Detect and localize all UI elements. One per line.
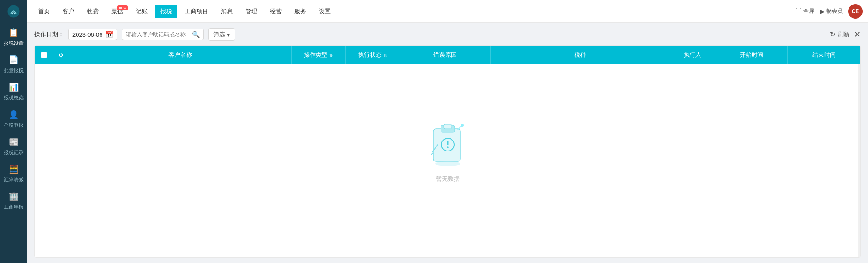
svg-rect-5 bbox=[447, 141, 448, 145]
svg-rect-3 bbox=[444, 124, 452, 129]
nav-service[interactable]: 服务 bbox=[289, 5, 312, 18]
svg-point-10 bbox=[461, 124, 464, 127]
main-area: 首页 客户 收费 票据 new 记账 报税 工商项目 消息 管理 经营 服务 设… bbox=[27, 0, 868, 263]
refresh-button[interactable]: ↻ 刷新 bbox=[830, 30, 849, 39]
empty-text: 暂无数据 bbox=[436, 175, 460, 183]
member-button[interactable]: ▶ 畅会员 bbox=[820, 7, 843, 15]
th-gear[interactable]: ⚙ bbox=[53, 46, 69, 64]
search-box: 🔍 bbox=[122, 29, 204, 40]
tax-settings-icon: 📋 bbox=[7, 26, 20, 39]
search-icon: 🔍 bbox=[192, 31, 200, 38]
tax-record-icon: 📰 bbox=[7, 136, 20, 148]
sidebar-item-settlement[interactable]: 🧮 汇算清缴 bbox=[0, 159, 27, 186]
sidebar-item-tax-settings-label: 报税设置 bbox=[4, 40, 24, 46]
date-input[interactable]: 2023-06-06 📅 bbox=[68, 29, 117, 40]
sidebar-item-personal-tax-label: 个税申报 bbox=[4, 122, 24, 128]
svg-point-11 bbox=[435, 161, 460, 166]
annual-report-icon: 🏢 bbox=[7, 190, 20, 203]
sidebar-item-tax-overview-label: 报税总览 bbox=[4, 95, 24, 101]
close-button[interactable]: ✕ bbox=[854, 30, 861, 39]
th-start-time: 开始时间 bbox=[715, 46, 788, 64]
th-exec-status[interactable]: 执行状态 ⇅ bbox=[346, 46, 400, 64]
nav-settings[interactable]: 设置 bbox=[313, 5, 336, 18]
nav-operation[interactable]: 经营 bbox=[264, 5, 287, 18]
table-body: 暂无数据 bbox=[35, 64, 860, 257]
sort-optype-icon: ⇅ bbox=[329, 53, 333, 58]
date-label: 操作日期： bbox=[34, 30, 64, 39]
sidebar-item-annual-report[interactable]: 🏢 工商年报 bbox=[0, 186, 27, 214]
gear-icon: ⚙ bbox=[58, 52, 64, 58]
th-executor: 执行人 bbox=[670, 46, 715, 64]
nav-customer[interactable]: 客户 bbox=[57, 5, 80, 18]
th-end-time: 结束时间 bbox=[788, 46, 860, 64]
sidebar: 📋 报税设置 📄 批量报税 📊 报税总览 👤 个税申报 📰 报税记录 🧮 汇算清… bbox=[0, 0, 27, 263]
nav-bizproject[interactable]: 工商项目 bbox=[179, 5, 214, 18]
empty-illustration bbox=[425, 120, 470, 170]
nav-manage[interactable]: 管理 bbox=[240, 5, 263, 18]
nav-invoice[interactable]: 票据 new bbox=[106, 5, 129, 18]
settlement-icon: 🧮 bbox=[7, 163, 20, 175]
tax-overview-icon: 📊 bbox=[7, 81, 20, 93]
sidebar-item-tax-record[interactable]: 📰 报税记录 bbox=[0, 132, 27, 159]
select-all-checkbox[interactable] bbox=[41, 52, 47, 58]
filter-button[interactable]: 筛选 ▾ bbox=[208, 28, 235, 41]
sidebar-item-settlement-label: 汇算清缴 bbox=[4, 177, 24, 183]
personal-tax-icon: 👤 bbox=[7, 108, 20, 121]
scrollbar-track[interactable] bbox=[858, 64, 860, 257]
toolbar: 操作日期： 2023-06-06 📅 🔍 筛选 ▾ ↻ 刷新 ✕ bbox=[34, 28, 861, 41]
top-navigation: 首页 客户 收费 票据 new 记账 报税 工商项目 消息 管理 经营 服务 设… bbox=[27, 0, 868, 23]
member-icon: ▶ bbox=[820, 8, 825, 15]
fullscreen-label: 全屏 bbox=[803, 7, 814, 15]
th-error-reason: 错误原因 bbox=[400, 46, 491, 64]
refresh-icon: ↻ bbox=[830, 30, 836, 39]
sidebar-item-tax-record-label: 报税记录 bbox=[4, 150, 24, 156]
batch-tax-icon: 📄 bbox=[7, 54, 20, 66]
th-checkbox[interactable] bbox=[35, 46, 53, 64]
sidebar-item-batch-tax-label: 批量报税 bbox=[4, 68, 24, 73]
filter-label: 筛选 bbox=[213, 30, 225, 39]
calendar-icon: 📅 bbox=[106, 31, 113, 38]
app-logo bbox=[0, 0, 27, 23]
sidebar-item-personal-tax[interactable]: 👤 个税申报 bbox=[0, 105, 27, 132]
content-area: 操作日期： 2023-06-06 📅 🔍 筛选 ▾ ↻ 刷新 ✕ bbox=[27, 23, 868, 263]
member-label: 畅会员 bbox=[826, 7, 843, 15]
th-op-type[interactable]: 操作类型 ⇅ bbox=[292, 46, 346, 64]
nav-accounting[interactable]: 记账 bbox=[130, 5, 153, 18]
th-tax-type: 税种 bbox=[491, 46, 670, 64]
svg-point-6 bbox=[447, 146, 449, 148]
nav-items: 首页 客户 收费 票据 new 记账 报税 工商项目 消息 管理 经营 服务 设… bbox=[33, 5, 795, 18]
sidebar-item-annual-report-label: 工商年报 bbox=[4, 204, 24, 210]
avatar[interactable]: CE bbox=[848, 4, 863, 19]
search-input[interactable] bbox=[126, 31, 189, 38]
sidebar-item-tax-settings[interactable]: 📋 报税设置 bbox=[0, 23, 27, 50]
nav-billing[interactable]: 收费 bbox=[82, 5, 104, 18]
nav-tax[interactable]: 报税 bbox=[155, 5, 177, 18]
sidebar-item-tax-overview[interactable]: 📊 报税总览 bbox=[0, 77, 27, 104]
topnav-right: ⛶ 全屏 ▶ 畅会员 CE bbox=[795, 4, 863, 19]
fullscreen-button[interactable]: ⛶ 全屏 bbox=[795, 7, 814, 15]
fullscreen-icon: ⛶ bbox=[795, 8, 801, 15]
nav-message[interactable]: 消息 bbox=[216, 5, 238, 18]
nav-home[interactable]: 首页 bbox=[33, 5, 55, 18]
sort-status-icon: ⇅ bbox=[384, 53, 387, 58]
empty-state: 暂无数据 bbox=[425, 120, 470, 201]
th-customer-name: 客户名称 bbox=[69, 46, 292, 64]
chevron-down-icon: ▾ bbox=[227, 31, 230, 38]
refresh-label: 刷新 bbox=[838, 30, 849, 39]
date-value: 2023-06-06 bbox=[72, 31, 103, 38]
data-table: ⚙ 客户名称 操作类型 ⇅ 执行状态 ⇅ 错误原因 税种 bbox=[34, 45, 861, 258]
new-badge-invoice: new bbox=[117, 5, 128, 10]
table-header: ⚙ 客户名称 操作类型 ⇅ 执行状态 ⇅ 错误原因 税种 bbox=[35, 46, 860, 64]
sidebar-item-batch-tax[interactable]: 📄 批量报税 bbox=[0, 50, 27, 77]
